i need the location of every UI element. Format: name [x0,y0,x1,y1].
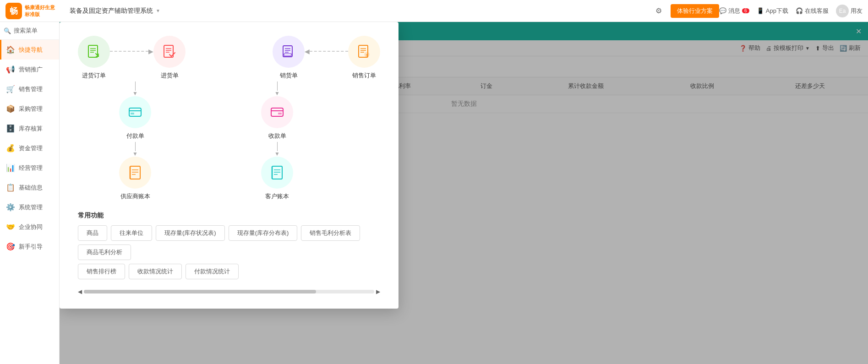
phone-icon: 📱 [757,7,764,14]
btn-goods-profit[interactable]: 商品毛利分析 [78,244,131,260]
scroll-left-arrow[interactable]: ◀ [78,288,82,295]
receipt-bill-group: 收款单 [261,96,293,140]
btn-stock-dist[interactable]: 现存量(库存分布表) [229,225,298,241]
common-functions-section: 常用功能 商品 往来单位 现存量(库存状况表) 现存量(库存分布表) 销售毛利分… [78,212,380,279]
btn-partners[interactable]: 往来单位 [111,225,152,241]
sidebar: 🔍 搜索菜单 🏠 快捷导航 📢 营销推广 🛒 销售管理 📦 采购管理 🗄️ [0,22,60,364]
sidebar-item-newbie[interactable]: 🎯 新手引导 [0,237,59,256]
purchase-bill-label: 进货单 [161,71,179,80]
sidebar-item-quick-nav[interactable]: 🏠 快捷导航 [0,40,59,60]
receipt-bill-label: 收款单 [268,132,286,140]
payment-bill-group: 付款单 [119,96,151,140]
system-name: 装备及固定资产辅助管理系统 ▼ [65,7,649,15]
receipt-bill-circle[interactable] [261,96,293,128]
modal-overlay: 进货订单 ▶ [60,22,868,364]
svg-rect-0 [88,45,98,57]
purchase-order-label: 进货订单 [82,71,106,80]
purchase-bill-circle[interactable] [153,36,186,68]
purchase-order-group: 进货订单 [78,36,110,80]
supplier-account-label: 供应商账本 [120,192,150,201]
message-badge: 6 [742,8,749,13]
btn-sales-profit[interactable]: 销售毛利分析表 [301,225,360,241]
common-btns-row1: 商品 往来单位 现存量(库存状况表) 现存量(库存分布表) 销售毛利分析表 商品… [78,225,380,260]
search-icon: 🔍 [4,27,11,34]
svg-rect-34 [271,166,273,179]
sales-order-circle[interactable]: $ [348,36,380,68]
logo-text: 畅康通好生意 标准版 [25,4,55,17]
sales-bill-group: 销货单 [273,36,305,80]
sales-order-group: $ 销售订单 [348,36,380,80]
sales-icon: 🛒 [6,85,15,93]
logo-area: 畅 畅康通好生意 标准版 [5,3,65,19]
logo-icon: 畅 [5,3,22,19]
message-btn[interactable]: 💬 消息 6 [719,7,749,15]
btn-stock-status[interactable]: 现存量(库存状况表) [156,225,225,241]
svg-rect-25 [130,166,140,179]
sidebar-item-inventory[interactable]: 🗄️ 库存核算 [0,119,59,138]
newbie-icon: 🎯 [6,242,15,251]
purchase-icon: 📦 [6,104,15,113]
customer-account-circle[interactable] [261,157,293,189]
sidebar-item-base-info[interactable]: 📋 基础信息 [0,178,59,197]
finance-icon: 💰 [6,144,15,152]
top-bar: 畅 畅康通好生意 标准版 装备及固定资产辅助管理系统 ▼ ⚙ 体验行业方案 💬 … [0,0,868,22]
online-service-btn[interactable]: 🎧 在线客服 [796,7,829,15]
try-industry-btn[interactable]: 体验行业方案 [671,4,719,18]
common-title: 常用功能 [78,212,380,220]
btn-payment-stats[interactable]: 付款情况统计 [186,264,239,279]
sidebar-item-purchase[interactable]: 📦 采购管理 [0,99,59,119]
sidebar-item-sales[interactable]: 🛒 销售管理 [0,79,59,99]
btn-goods[interactable]: 商品 [78,225,107,241]
main-area: 🔍 搜索菜单 🏠 快捷导航 📢 营销推广 🛒 销售管理 📦 采购管理 🗄️ [0,22,868,364]
modal-box: 进货订单 ▶ [60,22,399,309]
top-right-area: 💬 消息 6 📱 App下载 🎧 在线客服 Ea 用友 [719,5,863,17]
svg-rect-19 [129,108,141,116]
sales-bill-circle[interactable] [273,36,305,68]
flow-section: 进货订单 ▶ [78,36,380,201]
svg-rect-12 [284,54,291,56]
search-menu-btn[interactable]: 🔍 搜索菜单 [0,22,59,40]
svg-text:$: $ [366,53,368,57]
quick-nav-icon: 🏠 [6,45,15,54]
inventory-icon: 🗄️ [6,124,15,133]
svg-rect-24 [278,113,282,114]
supplier-account-group: 供应商账本 [119,157,151,201]
operation-icon: 📊 [6,163,15,172]
system-icon: ⚙️ [6,203,15,212]
common-btns-row2: 销售排行榜 收款情况统计 付款情况统计 [78,264,380,279]
payment-bill-circle[interactable] [119,96,151,128]
svg-rect-22 [271,108,283,116]
sales-order-label: 销售订单 [352,71,376,80]
system-dropdown-arrow[interactable]: ▼ [156,8,160,13]
marketing-icon: 📢 [6,65,15,74]
avatar: Ea [836,5,849,17]
scroll-right-arrow[interactable]: ▶ [376,288,380,295]
svg-rect-30 [272,166,282,179]
message-icon: 💬 [719,7,726,14]
app-container: 畅 畅康通好生意 标准版 装备及固定资产辅助管理系统 ▼ ⚙ 体验行业方案 💬 … [0,0,868,364]
base-info-icon: 📋 [6,183,15,192]
payment-bill-label: 付款单 [126,132,144,140]
svg-rect-21 [131,113,134,114]
sidebar-item-collab[interactable]: 🤝 企业协同 [0,217,59,237]
scroll-thumb [84,290,316,293]
sidebar-item-finance[interactable]: 💰 资金管理 [0,138,59,158]
btn-receipt-stats[interactable]: 收款情况统计 [129,264,182,279]
user-menu-btn[interactable]: Ea 用友 [836,5,863,17]
purchase-bill-group: 进货单 [153,36,186,80]
collab-icon: 🤝 [6,223,15,231]
sidebar-item-system[interactable]: ⚙️ 系统管理 [0,197,59,217]
customer-account-label: 客户账本 [265,192,289,201]
btn-sales-rank[interactable]: 销售排行榜 [78,264,125,279]
customer-account-group: 客户账本 [261,157,293,201]
app-download-btn[interactable]: 📱 App下载 [757,7,788,15]
sales-bill-label: 销货单 [280,71,298,80]
headset-icon: 🎧 [796,7,803,14]
purchase-order-circle[interactable] [78,36,110,68]
supplier-account-circle[interactable] [119,157,151,189]
sidebar-item-marketing[interactable]: 📢 营销推广 [0,60,59,79]
sidebar-item-operation[interactable]: 📊 经营管理 [0,158,59,178]
settings-icon-btn[interactable]: ⚙ [652,5,665,17]
svg-rect-29 [129,166,131,179]
modal-scrollbar: ◀ ▶ [78,288,380,295]
